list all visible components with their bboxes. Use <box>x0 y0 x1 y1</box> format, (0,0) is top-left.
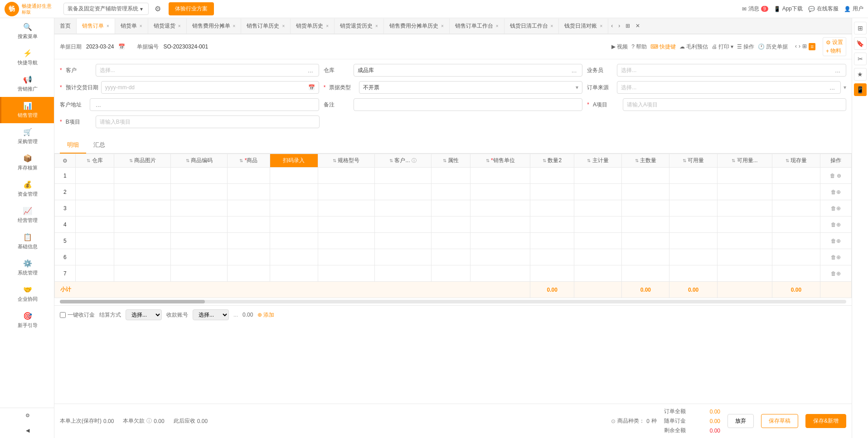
cell-avail-4[interactable] <box>669 217 717 233</box>
right-btn-5[interactable]: 📱 <box>854 83 867 96</box>
cell-warehouse-7[interactable] <box>75 265 114 282</box>
cell-customer-2[interactable] <box>374 184 431 200</box>
cell-attr-7[interactable] <box>432 265 470 282</box>
cell-customer-5[interactable] <box>374 233 431 249</box>
tab-home[interactable]: 首页 <box>54 19 77 34</box>
info-icon[interactable]: ⓘ <box>412 158 417 163</box>
dots-icon[interactable]: ... <box>233 312 238 318</box>
info-icon-debt[interactable]: ⓘ <box>146 417 152 425</box>
cell-image-4[interactable] <box>114 217 171 233</box>
tab-sales-refund-history[interactable]: 销货退货历史 × <box>335 19 384 34</box>
history-button[interactable]: 🕐 历史单据 <box>758 43 788 51</box>
cell-warehouse-3[interactable] <box>75 200 114 217</box>
cell-stock-1[interactable] <box>772 168 820 184</box>
sidebar-item-basic[interactable]: 📋 基础信息 <box>0 228 54 255</box>
tab-sales-order-workbench[interactable]: 销售订单工作台 × <box>450 19 504 34</box>
cell-qty2-4[interactable] <box>530 217 574 233</box>
tab-sales-fee-close[interactable]: × <box>233 24 236 29</box>
sidebar-item-finance[interactable]: 💰 资金管理 <box>0 176 54 202</box>
cell-unit-2[interactable] <box>470 184 530 200</box>
cell-main-qty-5[interactable] <box>622 233 669 249</box>
cell-scan-7[interactable] <box>270 265 318 282</box>
cell-main-qty-7[interactable] <box>622 265 669 282</box>
cell-warehouse-6[interactable] <box>75 249 114 265</box>
sort-icon-stock[interactable]: ⇅ <box>786 158 789 163</box>
cell-code-7[interactable] <box>171 265 228 282</box>
quick-settle-checkbox-label[interactable]: 一键收订金 <box>60 311 95 319</box>
settings-gear-icon[interactable]: ⚙ <box>151 3 164 15</box>
cell-op-6[interactable]: 🗑⊕ <box>820 249 851 265</box>
delete-icon-1[interactable]: 🗑 <box>830 173 835 179</box>
customer-input[interactable]: 选择... ... <box>96 64 319 77</box>
tab-sales-return-close[interactable]: × <box>140 24 142 29</box>
tab-sales-return-history[interactable]: 销货单历史 × <box>291 19 335 34</box>
cell-avail-2[interactable] <box>669 184 717 200</box>
app-download-item[interactable]: 📱 App下载 <box>774 5 803 13</box>
cell-main-unit-7[interactable] <box>574 265 621 282</box>
detail-tab-summary[interactable]: 汇总 <box>86 137 112 154</box>
copy-icon-2[interactable]: ⊕ <box>836 189 841 195</box>
cell-qty2-6[interactable] <box>530 249 574 265</box>
sort-icon-available2[interactable]: ⇅ <box>732 158 735 163</box>
grid-view-icon[interactable]: ⊞ <box>802 43 807 50</box>
cell-attr-4[interactable] <box>432 217 470 233</box>
cell-main-qty-2[interactable] <box>622 184 669 200</box>
cell-op-2[interactable]: 🗑⊕ <box>820 184 851 200</box>
cell-product-1[interactable] <box>228 168 270 184</box>
cell-op-3[interactable]: 🗑⊕ <box>820 200 851 217</box>
customer-address-input[interactable]: ... <box>90 98 319 111</box>
tab-more-arrow[interactable]: ⊞ <box>623 19 633 33</box>
sort-icon-code[interactable]: ⇅ <box>186 158 189 163</box>
cell-attr-2[interactable] <box>432 184 470 200</box>
cell-stock-7[interactable] <box>772 265 820 282</box>
right-btn-2[interactable]: 🔖 <box>854 37 867 50</box>
cell-unit-1[interactable] <box>470 168 530 184</box>
settle-method-select[interactable]: 选择... <box>126 309 162 320</box>
tab-sales-fee[interactable]: 销售费用分摊单 × <box>187 19 242 34</box>
cell-customer-7[interactable] <box>374 265 431 282</box>
tab-cash-clear-workbench[interactable]: 钱货日清工作台 × <box>504 19 559 34</box>
address-more-btn[interactable]: ... <box>94 101 103 108</box>
cell-avail2-6[interactable] <box>717 249 772 265</box>
salesperson-input[interactable]: 选择... ... <box>617 64 846 77</box>
cell-avail2-7[interactable] <box>717 265 772 282</box>
cell-product-7[interactable] <box>228 265 270 282</box>
cell-avail2-4[interactable] <box>717 217 772 233</box>
cell-image-7[interactable] <box>114 265 171 282</box>
cell-image-2[interactable] <box>114 184 171 200</box>
delete-icon-7[interactable]: 🗑 <box>831 270 836 277</box>
tab-sales-return-history-close[interactable]: × <box>326 24 329 29</box>
online-service-item[interactable]: 💬 在线客服 <box>808 5 839 13</box>
cell-avail-1[interactable] <box>669 168 717 184</box>
cell-scan-3[interactable] <box>270 200 318 217</box>
cell-main-unit-5[interactable] <box>574 233 621 249</box>
cell-warehouse-5[interactable] <box>75 233 114 249</box>
cell-product-4[interactable] <box>228 217 270 233</box>
prev-record-icon[interactable]: ‹ <box>795 43 797 50</box>
tab-sales-order-history-close[interactable]: × <box>282 24 285 29</box>
cell-avail2-1[interactable] <box>717 168 772 184</box>
cell-stock-5[interactable] <box>772 233 820 249</box>
sidebar-item-sales[interactable]: 📊 销售管理 <box>0 97 54 123</box>
calendar-icon[interactable]: 📅 <box>118 43 125 50</box>
tab-sales-return[interactable]: 销货单 × <box>115 19 148 34</box>
tab-sales-fee-history-close[interactable]: × <box>441 24 444 29</box>
cell-customer-1[interactable] <box>374 168 431 184</box>
delete-icon-5[interactable]: 🗑 <box>831 238 836 244</box>
warehouse-more-btn[interactable]: ... <box>570 67 579 74</box>
warehouse-input[interactable]: 成品库 ... <box>354 64 583 77</box>
tab-sales-order[interactable]: 销售订单 × <box>77 19 115 34</box>
cell-op-5[interactable]: 🗑⊕ <box>820 233 851 249</box>
settings-button[interactable]: ⚙ 设置 <box>826 39 843 46</box>
project-b-input[interactable]: 请输入B项目 <box>96 116 320 128</box>
cell-avail2-5[interactable] <box>717 233 772 249</box>
cell-unit-7[interactable] <box>470 265 530 282</box>
order-source-dropdown[interactable]: ▾ <box>844 84 846 91</box>
list-view-icon[interactable]: ≡ <box>809 43 815 50</box>
save-draft-button[interactable]: 保存草稿 <box>761 414 798 428</box>
tab-sales-refund-history-close[interactable]: × <box>375 24 378 29</box>
sort-icon-spec[interactable]: ⇅ <box>333 158 336 163</box>
save-new-button[interactable]: 保存&新增 <box>805 414 846 428</box>
cell-scan-5[interactable] <box>270 233 318 249</box>
cell-qty2-3[interactable] <box>530 200 574 217</box>
